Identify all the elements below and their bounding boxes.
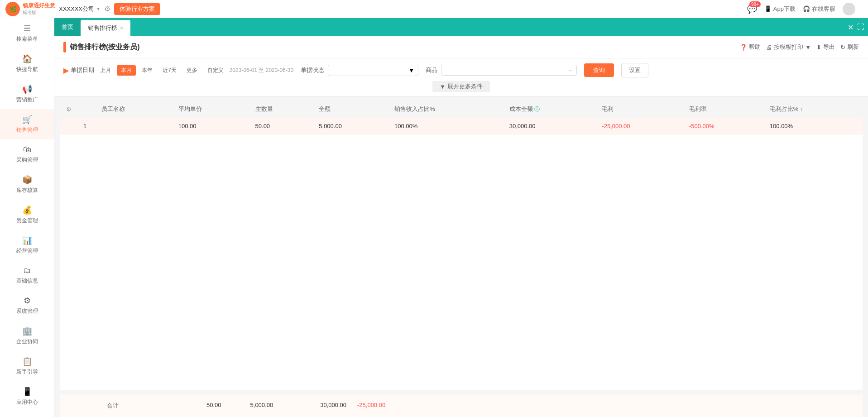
sidebar-label-quicknav: 快捷导航 [16,66,38,73]
tab-bar-actions: ✕ ⛶ [844,18,868,36]
tab-maximize-icon[interactable]: ⛶ [857,23,864,31]
footer-qty: 50.00 [201,399,227,412]
date-tab-7days[interactable]: 近7天 [158,65,181,76]
sidebar-item-marketing[interactable]: 📢 营销推广 [0,79,54,109]
row-sales-pct: 100.00% [389,118,504,134]
row-gear [60,118,78,134]
sidebar-item-system[interactable]: ⚙ 系统管理 [0,290,54,321]
print-chevron-icon: ▼ [805,44,811,51]
help-btn[interactable]: ❓ 帮助 [740,43,761,51]
sidebar-item-basics[interactable]: 🗂 基础信息 [0,260,54,290]
page-header: 销售排行榜(按业务员) ❓ 帮助 🖨 按模板打印 ▼ ⬇ 导出 [54,36,868,58]
col-amount: 全额 [313,101,389,118]
logo-sub: 标准版 [23,10,55,16]
settings-button[interactable]: 设置 [621,63,648,77]
filter-area: ▶ 单据日期 上月 本月 本年 近7天 更多 自定义 2023-06-01 至 … [54,58,868,97]
footer-gross: -25,000.00 [352,399,391,412]
export-icon: ⬇ [816,44,821,51]
app-download-btn[interactable]: 📱 App下载 [764,5,796,13]
sidebar-item-search[interactable]: ☰ 搜索菜单 [0,18,54,48]
date-tab-this-year[interactable]: 本年 [138,65,157,76]
sidebar-label-inventory: 库存核算 [16,187,38,194]
status-select[interactable]: ▼ [328,65,418,76]
sidebar-item-appcenter[interactable]: 📱 应用中心 [0,381,54,412]
page-actions: ❓ 帮助 🖨 按模板打印 ▼ ⬇ 导出 ↻ 刷新 [740,43,859,51]
inventory-icon: 📦 [22,175,32,185]
search-button[interactable]: 查询 [584,63,614,77]
top-bar-left: 🌿 畅康通好生意 标准版 XXXXXX公司 ▼ ⚙ 体验行业方案 [5,2,160,16]
sidebar-item-beginner[interactable]: 📋 新手引导 [0,351,54,381]
tab-spacer [130,18,844,36]
date-tab-this-month[interactable]: 本月 [117,65,136,76]
purchase-icon: 🛍 [23,145,31,154]
goods-label: 商品 [426,66,437,74]
company-selector[interactable]: XXXXXX公司 ▼ [59,5,101,13]
sidebar-label-search: 搜索菜单 [16,35,38,43]
sidebar-label-sales: 销售管理 [16,126,38,134]
print-icon: 🖨 [766,44,772,51]
goods-more-icon[interactable]: ··· [568,67,573,73]
beginner-icon: 📋 [22,356,32,366]
filter-item-date: ▶ 单据日期 上月 本月 本年 近7天 更多 自定义 2023-06-01 至 … [63,65,293,76]
basics-icon: 🗂 [23,266,31,275]
export-btn[interactable]: ⬇ 导出 [816,43,835,51]
sidebar-label-operations: 经营管理 [16,247,38,255]
sidebar-label-marketing: 营销推广 [16,96,38,104]
refresh-btn[interactable]: ↻ 刷新 [840,43,859,51]
sidebar-item-enterprise-collab[interactable]: 🏢 企业协同 [0,321,54,351]
logo-title: 畅康通好生意 [23,2,55,10]
footer-pct [278,399,315,412]
col-gross: 毛利 [596,101,684,118]
date-label: 单据日期 [71,66,94,74]
message-icon[interactable]: 💬 99+ [747,4,757,14]
filter-item-status: 单据状态 ▼ [301,65,418,76]
tab-close-window-icon[interactable]: ✕ [848,23,854,32]
date-tab-last-month[interactable]: 上月 [96,65,115,76]
sidebar-label-system: 系统管理 [16,307,38,315]
filter-expand-icon[interactable]: ▶ [63,66,69,75]
sidebar-label-appcenter: 应用中心 [16,398,38,406]
template-print-btn[interactable]: 🖨 按模板打印 ▼ [766,43,811,51]
sidebar-label-beginner: 新手引导 [16,368,38,376]
col-sales-pct: 销售收入占比% [389,101,504,118]
online-service-btn[interactable]: 🎧 在线客服 [803,5,835,13]
company-name: XXXXXX公司 [59,5,94,13]
col-gross-pct: 毛利占比% ↕ [764,101,863,118]
top-bar: 🌿 畅康通好生意 标准版 XXXXXX公司 ▼ ⚙ 体验行业方案 💬 99+ 📱… [0,0,868,18]
sidebar-item-inventory[interactable]: 📦 库存核算 [0,169,54,200]
appcenter-icon: 📱 [22,387,32,397]
sidebar-label-basics: 基础信息 [16,277,38,285]
refresh-icon: ↻ [840,44,845,51]
footer-qty-pad [227,399,245,412]
logo: 🌿 畅康通好生意 标准版 [5,2,55,16]
sidebar-item-purchase[interactable]: 🛍 采购管理 [0,139,54,169]
expand-btn[interactable]: ▼ 展开更多条件 [432,81,490,92]
settings-icon[interactable]: ⚙ [104,5,110,13]
goods-input[interactable]: ··· [441,65,577,76]
sidebar-item-operations[interactable]: 📊 经营管理 [0,230,54,260]
title-bar-icon [63,42,66,53]
row-qty: 50.00 [250,118,314,134]
top-bar-right: 💬 99+ 📱 App下载 🎧 在线客服 [747,3,863,15]
sidebar-item-quicknav[interactable]: 🏠 快捷导航 [0,48,54,79]
marketing-icon: 📢 [22,84,32,94]
date-tabs: 上月 本月 本年 近7天 更多 自定义 [96,65,228,76]
expand-down-icon: ▼ [440,83,446,90]
tab-home[interactable]: 首页 [54,18,81,36]
tab-sales-rank[interactable]: 销售排行榜 × [81,20,130,36]
row-cost: 30,000.00 [504,118,597,134]
col-gear[interactable]: ⚙ [60,101,78,118]
sidebar-item-finance[interactable]: 💰 资金管理 [0,200,54,230]
col-qty: 主数量 [250,101,314,118]
col-gross-rate: 毛利率 [684,101,764,118]
date-tab-more[interactable]: 更多 [182,65,201,76]
avatar[interactable] [843,3,855,15]
status-label: 单据状态 [301,66,324,74]
sidebar-item-enterprise-wechat[interactable]: 💬 企业微信 [0,412,54,417]
tab-close-icon[interactable]: × [120,25,123,31]
system-icon: ⚙ [24,296,31,306]
sidebar-item-sales[interactable]: 🛒 销售管理 [0,109,54,139]
tab-sales-label: 销售排行榜 [88,24,117,32]
date-tab-custom[interactable]: 自定义 [203,65,228,76]
trial-button[interactable]: 体验行业方案 [114,3,160,15]
